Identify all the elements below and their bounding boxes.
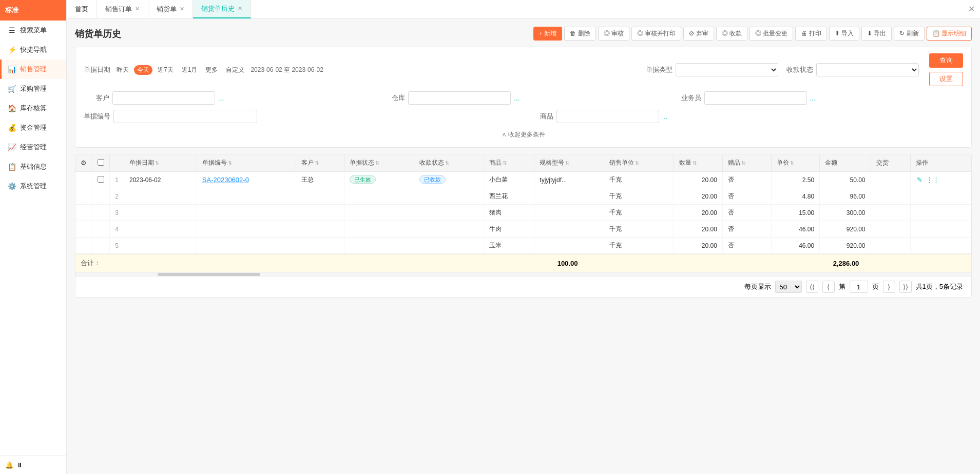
date-range: 2023-06-02 至 2023-06-02 — [251, 66, 323, 74]
date-tag-1month[interactable]: 近1月 — [179, 65, 201, 75]
sidebar-item-quick-nav[interactable]: ⚡ 快捷导航 — [0, 40, 66, 60]
review-button[interactable]: ◎ 审核 — [598, 27, 629, 41]
doc-no-link[interactable]: SA-20230602-0 — [202, 176, 249, 184]
tab-sales-delivery-close[interactable]: ✕ — [180, 6, 184, 12]
date-tag-yesterday[interactable]: 昨天 — [113, 65, 132, 75]
tab-sales-order[interactable]: 销售订单 ✕ — [97, 0, 148, 18]
page-first-button[interactable]: ⟨⟨ — [806, 281, 818, 293]
date-tag-7days[interactable]: 近7天 — [155, 65, 177, 75]
cell-action — [910, 221, 971, 238]
footer-total-qty: 100.00 — [558, 260, 578, 267]
cell-doc-status — [344, 205, 414, 221]
sidebar-item-inventory[interactable]: 🏠 库存核算 — [0, 98, 66, 118]
cell-doc-no — [197, 221, 296, 238]
row-checkbox[interactable] — [98, 176, 104, 183]
col-goods[interactable]: 商品⇅ — [484, 154, 534, 172]
warehouse-ellipsis[interactable]: ... — [514, 94, 520, 102]
sidebar-item-operations-mgmt[interactable]: 📈 经营管理 — [0, 137, 66, 157]
cell-transaction — [871, 188, 910, 205]
finance-mgmt-icon: 💰 — [8, 124, 16, 132]
col-payment-status[interactable]: 收款状态⇅ — [414, 154, 484, 172]
page-prev-button[interactable]: ⟨ — [822, 281, 835, 293]
cell-spec: tyjyjtyjdf... — [534, 172, 604, 188]
doc-status-badge: 已生效 — [350, 175, 376, 184]
tab-bar-close-all[interactable]: ✕ — [968, 4, 980, 14]
doc-type-select[interactable] — [676, 63, 778, 76]
import-button[interactable]: ⬆ 导入 — [829, 27, 859, 41]
cell-doc-status — [344, 188, 414, 205]
page-input[interactable] — [850, 281, 868, 293]
col-settings[interactable]: ⚙ — [75, 154, 92, 172]
docno-input[interactable] — [113, 110, 257, 123]
cell-customer — [296, 188, 344, 205]
edit-action[interactable]: ✎ — [916, 176, 924, 184]
refresh-button[interactable]: ↻ 刷新 — [894, 27, 924, 41]
date-tag-more[interactable]: 更多 — [202, 65, 221, 75]
new-button[interactable]: + 新增 — [533, 27, 562, 41]
warehouse-input[interactable] — [408, 91, 511, 105]
setting-button[interactable]: 设置 — [929, 72, 963, 86]
sidebar-item-sys-mgmt[interactable]: ⚙️ 系统管理 — [0, 176, 66, 196]
export-button[interactable]: ⬇ 导出 — [861, 27, 892, 41]
more-action[interactable]: ⋮⋮ — [925, 176, 940, 184]
cell-doc-status — [344, 221, 414, 238]
page-last-button[interactable]: ⟩⟩ — [899, 281, 912, 293]
tab-sales-order-close[interactable]: ✕ — [135, 6, 140, 12]
sidebar-item-label: 库存核算 — [20, 104, 47, 113]
col-gift[interactable]: 赠品⇅ — [722, 154, 771, 172]
show-detail-button[interactable]: 📋 显示明细 — [927, 27, 972, 41]
customer-input[interactable] — [112, 91, 215, 105]
abandon-button[interactable]: ⊘ 弃审 — [683, 27, 714, 41]
scrollbar-thumb[interactable] — [158, 273, 260, 276]
collapse-button[interactable]: ∧ 收起更多条件 — [84, 128, 963, 141]
date-tag-today[interactable]: 今天 — [134, 65, 152, 75]
col-doc-date[interactable]: 单据日期⇅ — [124, 154, 197, 172]
page-next-button[interactable]: ⟩ — [883, 281, 895, 293]
select-all-checkbox[interactable] — [98, 159, 104, 166]
col-action: 操作 — [910, 154, 971, 172]
sidebar: 标准 ☰ 搜索菜单 ⚡ 快捷导航 📊 销售管理 🛒 采购管理 🏠 库存核算 💰 … — [0, 0, 67, 474]
print-button[interactable]: 🖨 打印 — [795, 27, 827, 41]
page-of-label: 页 — [872, 282, 879, 291]
col-customer[interactable]: 客户⇅ — [296, 154, 344, 172]
col-spec[interactable]: 规格型号⇅ — [534, 154, 604, 172]
horizontal-scrollbar[interactable] — [75, 272, 971, 276]
cell-goods: 玉米 — [484, 238, 534, 254]
per-page-select[interactable]: 50 20 100 — [775, 281, 802, 293]
tab-home[interactable]: 首页 — [67, 0, 97, 18]
review-print-button[interactable]: ◎ 审核并打印 — [631, 27, 681, 41]
customer-ellipsis[interactable]: ... — [218, 94, 224, 102]
cell-spec — [534, 238, 604, 254]
col-unit[interactable]: 销售单位⇅ — [604, 154, 674, 172]
cell-checkbox — [92, 221, 110, 238]
payment-status-label: 收款状态 — [786, 65, 813, 74]
col-doc-status[interactable]: 单据状态⇅ — [344, 154, 414, 172]
salesperson-input[interactable] — [704, 91, 807, 105]
collect-button[interactable]: ◎ 收款 — [716, 27, 747, 41]
sys-mgmt-icon: ⚙️ — [8, 182, 16, 190]
col-doc-no[interactable]: 单据编号⇅ — [197, 154, 296, 172]
tab-sales-history[interactable]: 销货单历史 ✕ — [193, 0, 251, 18]
pause-icon[interactable]: ⏸ — [16, 461, 23, 469]
date-tag-custom[interactable]: 自定义 — [223, 65, 247, 75]
sidebar-item-finance-mgmt[interactable]: 💰 资金管理 — [0, 118, 66, 137]
notification-icon[interactable]: 🔔 — [5, 461, 13, 469]
tab-sales-delivery[interactable]: 销货单 ✕ — [148, 0, 193, 18]
col-qty[interactable]: 数量⇅ — [674, 154, 723, 172]
sidebar-item-search-menu[interactable]: ☰ 搜索菜单 — [0, 21, 66, 40]
query-button[interactable]: 查询 — [929, 53, 963, 68]
salesperson-ellipsis[interactable]: ... — [810, 94, 816, 102]
sidebar-item-basic-info[interactable]: 📋 基础信息 — [0, 157, 66, 176]
sidebar-item-purchase-mgmt[interactable]: 🛒 采购管理 — [0, 79, 66, 98]
delete-button[interactable]: 🗑 删除 — [564, 27, 595, 41]
col-price[interactable]: 单价⇅ — [771, 154, 820, 172]
tab-sales-history-close[interactable]: ✕ — [238, 5, 242, 12]
goods-ellipsis[interactable]: ... — [662, 113, 668, 121]
goods-input[interactable] — [556, 110, 659, 123]
settings-gear-icon[interactable]: ⚙ — [81, 159, 87, 167]
payment-status-select[interactable] — [816, 63, 919, 76]
sidebar-item-sales-mgmt[interactable]: 📊 销售管理 — [0, 60, 66, 79]
cell-doc-date — [124, 238, 197, 254]
batch-change-button[interactable]: ◎ 批量变更 — [750, 27, 793, 41]
cell-action — [910, 205, 971, 221]
